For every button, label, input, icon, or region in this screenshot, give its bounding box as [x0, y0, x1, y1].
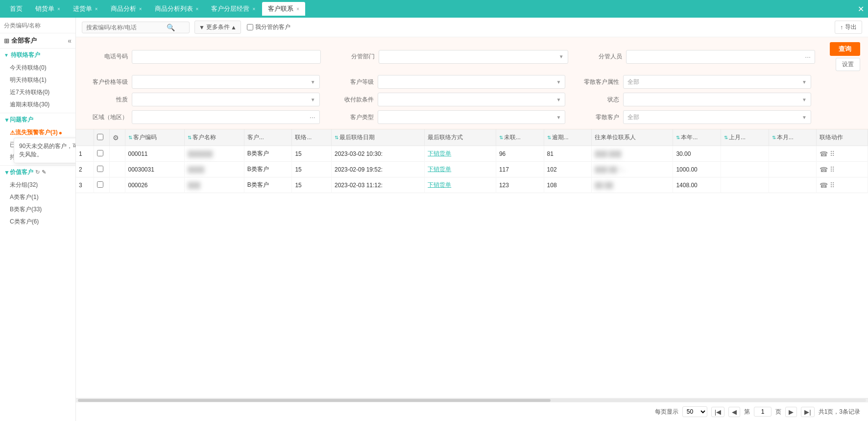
price-level-select[interactable]: ▼ [132, 75, 320, 89]
search-input[interactable] [86, 24, 165, 31]
query-btn[interactable]: 查询 [830, 42, 860, 56]
sidebar-item-tomorrow[interactable]: 明天待联络(1) [0, 74, 75, 86]
col-code[interactable]: ⇅客户编码 [125, 129, 185, 146]
tab-close-customer-contact[interactable]: × [296, 6, 299, 12]
tab-close-sales[interactable]: × [57, 6, 60, 12]
cell-checkbox-3[interactable] [94, 177, 109, 193]
table-gear-icon[interactable]: ⚙ [113, 134, 119, 142]
filter-field-status: 状态 ▼ [575, 93, 811, 106]
cell-checkbox-2[interactable] [94, 162, 109, 177]
export-btn[interactable]: ↑ 导出 [835, 21, 862, 34]
refresh-icon-value[interactable]: ↻ [35, 169, 40, 175]
filter-row-1: 电话号码 分管部门 ▼ 分管人员 ··· [84, 42, 860, 71]
sidebar-item-class-b[interactable]: B类客户(33) [0, 203, 75, 216]
last-page-btn[interactable]: ▶| [801, 407, 814, 417]
cell-method-2[interactable]: 下销货单 [425, 162, 496, 177]
zero-customer-select[interactable]: 全部 ▼ [623, 110, 811, 124]
col-last-month[interactable]: ⇅上月... [721, 129, 769, 146]
col-gear[interactable]: ⚙ [109, 129, 125, 146]
tab-close-purchase[interactable]: × [95, 6, 98, 12]
first-page-btn[interactable]: |◀ [711, 407, 724, 417]
cell-date-2: 2023-02-09 19:52: [331, 162, 424, 177]
zero-attr-select[interactable]: 全部 ▼ [623, 75, 811, 89]
page-number-input[interactable] [754, 407, 772, 417]
action-contact-icon-2[interactable]: ☎ [820, 166, 828, 173]
tab-product-analysis[interactable]: 商品分析 × [105, 2, 148, 16]
more-conditions-btn[interactable]: ▼ 更多条件 ▲ [194, 21, 241, 34]
col-checkbox[interactable] [94, 129, 109, 146]
col-this-month[interactable]: ⇅本月... [769, 129, 817, 146]
my-customers-checkbox-label[interactable]: 我分管的客户 [247, 23, 290, 31]
action-contact-icon-3[interactable]: ☎ [820, 181, 828, 189]
sidebar-item-churn-warning[interactable]: ⚠ 流失预警客户(3) ● [0, 126, 75, 139]
nature-select[interactable]: ▼ [132, 93, 320, 106]
col-overdue[interactable]: ⇅逾期... [544, 129, 592, 146]
scrollbar-thumb[interactable] [78, 399, 551, 402]
my-customers-checkbox[interactable] [247, 24, 253, 30]
sidebar-item-ungrouped[interactable]: 未分组(32) [0, 179, 75, 191]
manager-select[interactable]: ··· [626, 50, 815, 64]
sidebar-item-class-c[interactable]: C类客户(6) [0, 216, 75, 228]
cell-checkbox-1[interactable] [94, 146, 109, 162]
horizontal-scrollbar[interactable] [76, 398, 868, 402]
sidebar-all-customers[interactable]: ⊞ 全部客户 « [0, 33, 75, 49]
manager-dots-icon[interactable]: ··· [805, 53, 811, 61]
dept-select[interactable]: ▼ [379, 50, 568, 64]
status-select[interactable]: ▼ [623, 93, 811, 106]
row-checkbox-1[interactable] [97, 150, 103, 156]
payment-arrow: ▼ [556, 97, 561, 102]
sidebar-item-overdue-contact[interactable]: 逾期未联络(30) [0, 99, 75, 111]
tab-purchase[interactable]: 进货单 × [67, 2, 104, 16]
action-more-icon-2[interactable]: ⠿ [830, 166, 835, 173]
row-checkbox-3[interactable] [97, 181, 103, 188]
col-this-year[interactable]: ⇅本年... [673, 129, 721, 146]
status-arrow: ▼ [802, 97, 807, 102]
sort-icon-code: ⇅ [128, 135, 132, 140]
region-select[interactable]: ··· [132, 110, 320, 124]
sidebar-collapse-icon[interactable]: « [68, 37, 72, 45]
next-page-btn[interactable]: ▶ [785, 407, 797, 417]
select-all-checkbox[interactable] [97, 134, 103, 140]
cell-this-year-3: 1408.00 [673, 177, 721, 193]
sidebar-group-pending[interactable]: ▼ 待联络客户 [0, 49, 75, 62]
edit-icon-value[interactable]: ✎ [42, 169, 46, 175]
tab-product-list[interactable]: 商品分析列表 × [149, 2, 205, 16]
sidebar-item-7days[interactable]: 近7天待联络(0) [0, 86, 75, 99]
search-submit-icon[interactable]: 🔍 [167, 24, 175, 31]
sidebar-item-today[interactable]: 今天待联络(0) [0, 62, 75, 74]
col-not-contact[interactable]: ⇅未联... [496, 129, 544, 146]
action-contact-icon-1[interactable]: ☎ [820, 150, 828, 158]
tab-close-product-list[interactable]: × [196, 6, 199, 12]
action-more-icon-3[interactable]: ⠿ [830, 181, 835, 189]
tab-sales[interactable]: 销货单 × [29, 2, 66, 16]
col-name[interactable]: ⇅客户名称 [185, 129, 244, 146]
per-page-select[interactable]: 50 100 200 [682, 406, 707, 417]
cell-last-month-2 [721, 162, 769, 177]
sidebar-item-class-a[interactable]: A类客户(1) [0, 191, 75, 203]
tab-customer-contact[interactable]: 客户联系 × [262, 2, 305, 16]
row-checkbox-2[interactable] [97, 166, 103, 172]
sidebar-group-problem[interactable]: ▼ 问题客户 [0, 113, 75, 126]
window-close-icon[interactable]: ✕ [858, 4, 864, 14]
sidebar-search-input[interactable] [4, 22, 76, 29]
tab-home[interactable]: 首页 [4, 2, 28, 16]
tab-close-customer-tier[interactable]: × [252, 6, 255, 12]
customer-level-select[interactable]: ▼ [378, 75, 566, 89]
sort-icon-this-year: ⇅ [676, 135, 680, 140]
cell-method-3[interactable]: 下销货单 [425, 177, 496, 193]
action-more-icon-1[interactable]: ⠿ [830, 150, 835, 158]
cell-not-contact-3: 123 [496, 177, 544, 193]
col-last-contact-date[interactable]: ⇅最后联络日期 [331, 129, 424, 146]
phone-input[interactable] [132, 50, 321, 64]
payment-select[interactable]: ▼ [378, 93, 566, 106]
region-dots-icon[interactable]: ··· [310, 113, 315, 121]
setting-btn[interactable]: 设置 [836, 58, 860, 71]
tab-customer-tier[interactable]: 客户分层经营 × [205, 2, 261, 16]
sidebar-group-value[interactable]: ▼ 价值客户 ↻ ✎ [0, 165, 75, 179]
prev-page-btn[interactable]: ◀ [728, 407, 740, 417]
sidebar-search-area: 🔍 [0, 18, 75, 33]
tab-close-product-analysis[interactable]: × [139, 6, 142, 12]
scrollbar-track[interactable] [78, 399, 866, 402]
cell-method-1[interactable]: 下销货单 [425, 146, 496, 162]
customer-type-select[interactable]: ▼ [378, 110, 566, 124]
